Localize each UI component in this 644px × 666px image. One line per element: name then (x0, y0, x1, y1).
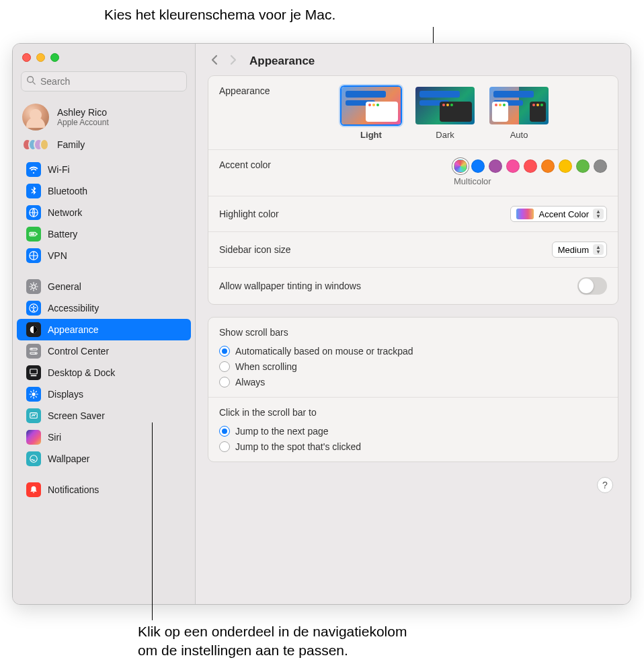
appearance-mode-label: Dark (436, 130, 454, 140)
sidebar-item-network[interactable]: Network (17, 202, 191, 223)
appearance-mode-auto[interactable]: Auto (488, 85, 550, 140)
scrollbars-heading: Show scroll bars (219, 327, 288, 338)
sidebar-item-vpn[interactable]: VPN (17, 245, 191, 266)
highlight-color-popup[interactable]: Accent Color ▲▼ (510, 206, 607, 222)
accent-color-purple[interactable] (489, 159, 502, 173)
svg-point-12 (32, 348, 33, 350)
scrollclick-option-nextpage[interactable]: Jump to the next page (219, 426, 361, 437)
apple-account-row[interactable]: Ashley Rico Apple Account (13, 98, 195, 136)
appearance-mode-label: Auto (510, 130, 528, 140)
sidebar-item-siri[interactable]: Siri (17, 427, 191, 448)
zoom-window-button[interactable] (50, 53, 59, 62)
callout-bottom: Klik op een onderdeel in de navigatiekol… (138, 622, 407, 661)
radio-icon (219, 426, 230, 437)
callout-line-bottom (152, 422, 153, 620)
appearance-mode-label: Light (360, 130, 382, 140)
sidebar-item-label: VPN (48, 250, 67, 261)
help-button[interactable]: ? (597, 477, 613, 493)
wallpaper-tint-toggle[interactable] (577, 277, 607, 295)
popup-arrows-icon: ▲▼ (593, 244, 604, 255)
svg-point-17 (32, 392, 35, 396)
accent-color-orange[interactable] (541, 159, 555, 173)
sidebar-item-general[interactable]: General (17, 276, 191, 297)
sidebar-item-wifi[interactable]: Wi-Fi (17, 159, 191, 180)
scrollbars-option-auto[interactable]: Automatically based on mouse or trackpad (219, 346, 413, 357)
sidebar-item-accessibility[interactable]: Accessibility (17, 297, 191, 319)
accent-row-label: Accent color (219, 159, 340, 170)
content: Appearance LightDarkAuto Accent color Mu… (196, 75, 631, 505)
controlcenter-icon (26, 344, 41, 359)
search-input[interactable] (21, 71, 187, 91)
sidebar-item-label: Battery (48, 229, 77, 239)
account-name: Ashley Rico (57, 107, 109, 118)
svg-point-9 (33, 305, 34, 307)
sidebar-item-desktopdock[interactable]: Desktop & Dock (17, 362, 191, 383)
svg-rect-11 (30, 348, 38, 350)
network-icon (26, 205, 41, 220)
svg-point-7 (32, 285, 35, 288)
sidebar-item-label: Control Center (48, 346, 109, 357)
nav-forward-button[interactable] (227, 53, 240, 69)
accent-color-yellow[interactable] (559, 159, 572, 173)
minimize-window-button[interactable] (36, 53, 45, 62)
scrollbars-group: Automatically based on mouse or trackpad… (219, 346, 413, 387)
sidebar-item-appearance[interactable]: Appearance (17, 319, 191, 340)
account-text: Ashley Rico Apple Account (57, 107, 109, 127)
radio-label: Jump to the next page (235, 426, 329, 437)
notifications-icon (26, 482, 41, 497)
bluetooth-icon (26, 184, 41, 198)
sidebar-item-label: Bluetooth (48, 186, 87, 196)
svg-point-20 (30, 455, 38, 463)
radio-label: Always (235, 377, 265, 387)
sidebar: Ashley Rico Apple Account Family Wi-FiBl… (13, 44, 196, 604)
accent-color-green[interactable] (576, 159, 590, 173)
sidebar-item-label: Wallpaper (48, 453, 90, 464)
sidebar-item-wallpaper[interactable]: Wallpaper (17, 448, 191, 470)
sidebar-item-screensaver[interactable]: Screen Saver (17, 405, 191, 427)
scrollbars-option-always[interactable]: Always (219, 377, 413, 387)
sidebar-scroll: Ashley Rico Apple Account Family Wi-FiBl… (13, 98, 195, 604)
sidebar-item-battery[interactable]: Battery (17, 223, 191, 245)
sidebar-item-controlcenter[interactable]: Control Center (17, 340, 191, 362)
nav-back-button[interactable] (208, 53, 221, 69)
appearance-mode-light[interactable]: Light (340, 85, 402, 140)
radio-icon (219, 361, 230, 372)
sidebar-item-displays[interactable]: Displays (17, 383, 191, 405)
radio-label: Jump to the spot that's clicked (235, 441, 361, 452)
scrollbars-option-scrolling[interactable]: When scrolling (219, 361, 413, 372)
header: Appearance (196, 44, 631, 75)
accent-color-graphite[interactable] (594, 159, 607, 173)
radio-icon (219, 441, 230, 452)
sidebar-item-label: Network (48, 207, 82, 218)
accent-swatches (454, 159, 607, 173)
callout-top: Kies het kleurenschema voor je Mac. (104, 7, 335, 23)
main-pane: Appearance Appearance LightDarkAuto Acce… (196, 44, 631, 604)
sidebar-item-label: Notifications (48, 484, 99, 495)
settings-window: Ashley Rico Apple Account Family Wi-FiBl… (12, 43, 631, 605)
search-icon (26, 75, 36, 87)
accent-color-red[interactable] (524, 159, 537, 173)
sidebar-icon-size-popup[interactable]: Medium ▲▼ (552, 242, 607, 258)
user-avatar (22, 104, 49, 131)
scrollclick-group: Jump to the next pageJump to the spot th… (219, 426, 361, 452)
sidebar-item-label: Wi-Fi (48, 164, 70, 175)
svg-rect-4 (36, 233, 37, 235)
accent-color-multicolor[interactable] (454, 159, 467, 173)
close-window-button[interactable] (22, 53, 31, 62)
sidebar-item-bluetooth[interactable]: Bluetooth (17, 180, 191, 202)
scrollclick-option-spot[interactable]: Jump to the spot that's clicked (219, 441, 361, 452)
accent-selected-label: Multicolor (454, 176, 491, 186)
radio-label: Automatically based on mouse or trackpad (235, 346, 413, 357)
family-row[interactable]: Family (13, 136, 195, 159)
vpn-icon (26, 248, 41, 263)
sidebar-item-notifications[interactable]: Notifications (17, 479, 191, 501)
page-title: Appearance (249, 54, 315, 68)
accent-color-pink[interactable] (506, 159, 520, 173)
scrollclick-heading: Click in the scroll bar to (219, 407, 317, 418)
appearance-panel: Appearance LightDarkAuto Accent color Mu… (208, 75, 618, 305)
appearance-mode-dark[interactable]: Dark (414, 85, 476, 140)
svg-point-19 (30, 433, 38, 441)
svg-rect-16 (31, 375, 37, 377)
sidebar-item-label: Accessibility (48, 303, 99, 313)
accent-color-blue[interactable] (471, 159, 485, 173)
